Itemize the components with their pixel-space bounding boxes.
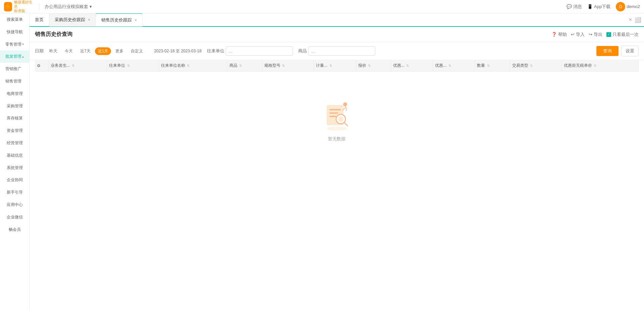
sidebar-item-finance[interactable]: 资金管理 — [0, 124, 29, 137]
logo-area: 🔶 畅捷通好生意 标准版 — [4, 0, 34, 13]
svg-rect-2 — [329, 109, 341, 110]
goods-filter: 商品 ... — [298, 46, 375, 56]
sidebar-item-system[interactable]: 系统管理 — [0, 162, 29, 174]
sidebar-item-search[interactable]: 搜索菜单 — [0, 13, 29, 26]
svg-rect-3 — [329, 112, 338, 114]
date-filter-group: 日期 昨天 今天 近7天 近1月 更多 自定义 — [35, 47, 146, 55]
export-action[interactable]: ↪ 导出 — [589, 32, 602, 38]
divider — [39, 3, 39, 10]
sidebar-item-sales[interactable]: 销售管理 — [0, 75, 29, 88]
page-content: 销售历史价查询 ❓ 帮助 ↩ 导入 ↪ 导出 — [30, 27, 644, 310]
sidebar-item-marketing[interactable]: 营销推广 — [0, 63, 29, 75]
top-bar-right: 💬 消息 📱 App下载 D demo2 — [567, 2, 640, 11]
sort-icon: ⇅ — [368, 64, 371, 67]
sidebar-item-wholesale[interactable]: 批发管理 ▴ — [0, 50, 29, 63]
sort-icon: ⇅ — [406, 64, 409, 67]
sidebar-item-basic[interactable]: 基础信息 — [0, 149, 29, 162]
date-btn-1month[interactable]: 近1月 — [95, 47, 111, 55]
col-goods[interactable]: 商品 ⇅ — [227, 60, 262, 71]
app-download-action[interactable]: 📱 App下载 — [587, 4, 610, 10]
tab-close-icon[interactable]: × — [135, 18, 137, 22]
sort-icon: ⇅ — [239, 64, 242, 67]
content-area: 首页 采购历史价跟踪 × 销售历史价跟踪 × × ⬜ 销售历史价查询 — [30, 13, 644, 310]
col-settings[interactable]: ⚙ — [35, 60, 48, 71]
date-range-text: 2023-02-18 至 2023-03-18 — [154, 48, 201, 54]
date-btn-more[interactable]: 更多 — [112, 47, 126, 55]
help-action[interactable]: ❓ 帮助 — [551, 32, 567, 38]
tab-close-icon[interactable]: × — [88, 17, 90, 22]
col-partner-code[interactable]: 往来单位 ⇅ — [107, 60, 159, 71]
tab-sales-history[interactable]: 销售历史价跟踪 × — [96, 13, 143, 27]
import-icon: ↩ — [571, 32, 575, 37]
svg-point-0 — [327, 126, 347, 131]
col-trade-type[interactable]: 交易类型 ⇅ — [510, 60, 561, 71]
data-table: ⚙ 业务发生... ⇅ 往来单位 ⇅ 往来单位名称 ⇅ — [35, 60, 639, 71]
date-btn-yesterday[interactable]: 昨天 — [46, 47, 60, 55]
date-btn-custom[interactable]: 自定义 — [128, 47, 146, 55]
filter-bar: 日期 昨天 今天 近7天 近1月 更多 自定义 2023-02-18 至 202… — [30, 42, 644, 60]
goods-label: 商品 — [298, 48, 307, 54]
empty-illustration — [320, 98, 354, 132]
sidebar-item-appstore[interactable]: 应用中心 — [0, 199, 29, 211]
sort-icon: ⇅ — [127, 64, 130, 67]
workspace-selector[interactable]: 办公用品行业模拟账套 ▾ — [45, 4, 92, 10]
date-filter-label: 日期 — [35, 48, 44, 54]
sidebar-item-purchase[interactable]: 采购管理 — [0, 100, 29, 112]
table-header-row: ⚙ 业务发生... ⇅ 往来单位 ⇅ 往来单位名称 ⇅ — [35, 60, 639, 71]
sidebar-item-operations[interactable]: 经营管理 — [0, 137, 29, 149]
maximize-btn[interactable]: ⬜ — [635, 17, 641, 23]
sidebar-item-newbie[interactable]: 新手引导 — [0, 186, 29, 199]
col-pre-tax-price[interactable]: 优惠前无税单价 ⇅ — [562, 60, 639, 71]
svg-point-8 — [343, 102, 347, 106]
goods-input[interactable]: ... — [308, 46, 375, 56]
sort-icon: ⇅ — [530, 64, 533, 67]
message-icon: 💬 — [567, 4, 572, 9]
chevron-up-icon: ▴ — [22, 54, 24, 59]
col-discount2[interactable]: 优惠... ⇅ — [433, 60, 475, 71]
top-bar: 🔶 畅捷通好生意 标准版 办公用品行业模拟账套 ▾ 💬 消息 📱 App下载 D… — [0, 0, 644, 13]
chevron-down-icon: ▾ — [90, 4, 92, 9]
sort-icon: ⇅ — [72, 64, 74, 67]
sort-icon: ⇅ — [329, 64, 332, 67]
sort-icon: ⇅ — [448, 64, 451, 67]
user-action[interactable]: D demo2 — [616, 2, 640, 11]
sidebar-item-inventory[interactable]: 库存核算 — [0, 112, 29, 124]
partner-placeholder: ... — [229, 49, 232, 54]
export-icon: ↪ — [589, 32, 592, 37]
sort-icon: ⇅ — [594, 64, 596, 67]
sidebar-item-wechat[interactable]: 企业微信 — [0, 211, 29, 223]
goods-placeholder: ... — [311, 49, 315, 54]
col-unit[interactable]: 计量... ⇅ — [314, 60, 356, 71]
col-spec[interactable]: 规格型号 ⇅ — [262, 60, 314, 71]
filter-right: 查询 设置 — [596, 46, 639, 56]
col-quoted-price[interactable]: 报价 ⇅ — [356, 60, 391, 71]
date-buttons: 昨天 今天 近7天 近1月 更多 自定义 — [46, 47, 146, 55]
sidebar-item-ecommerce[interactable]: 电商管理 — [0, 88, 29, 100]
date-btn-today[interactable]: 今天 — [62, 47, 76, 55]
message-action[interactable]: 💬 消息 — [567, 4, 582, 10]
tab-home[interactable]: 首页 — [30, 13, 49, 27]
logo-text: 畅捷通好生意 标准版 — [14, 0, 34, 13]
sidebar-item-member[interactable]: 畅会员 — [0, 223, 29, 236]
sidebar-item-enterprise[interactable]: 企业协同 — [0, 174, 29, 186]
partner-input[interactable]: ... — [226, 46, 293, 56]
close-tab-btn[interactable]: × — [629, 17, 632, 23]
col-biz-date[interactable]: 业务发生... ⇅ — [48, 60, 107, 71]
svg-point-6 — [338, 116, 343, 122]
query-button[interactable]: 查询 — [596, 46, 619, 56]
col-discount1[interactable]: 优惠... ⇅ — [391, 60, 433, 71]
col-quantity[interactable]: 数量 ⇅ — [475, 60, 510, 71]
only-last-checkbox-area[interactable]: ✓ 只看最后一次 — [606, 32, 639, 38]
partner-filter: 往来单位 ... — [207, 46, 293, 56]
tab-purchase-history[interactable]: 采购历史价跟踪 × — [49, 13, 96, 27]
settings-button[interactable]: 设置 — [621, 46, 639, 56]
col-partner-name[interactable]: 往来单位名称 ⇅ — [159, 60, 227, 71]
sidebar: 搜索菜单 快捷导航 零售管理 ▾ 批发管理 ▴ 营销推广 销售管理 电商管理 采… — [0, 13, 30, 310]
only-last-checkbox[interactable]: ✓ — [606, 32, 611, 37]
sidebar-item-retail[interactable]: 零售管理 ▾ — [0, 38, 29, 51]
tab-bar-actions: × ⬜ — [629, 17, 644, 23]
svg-line-7 — [344, 122, 347, 126]
sidebar-item-shortcut[interactable]: 快捷导航 — [0, 26, 29, 38]
import-action[interactable]: ↩ 导入 — [571, 32, 585, 38]
date-btn-7days[interactable]: 近7天 — [77, 47, 94, 55]
